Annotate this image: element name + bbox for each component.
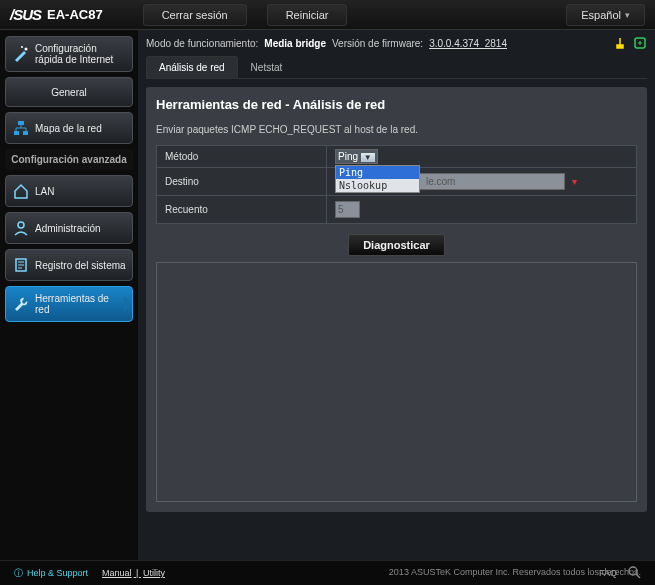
top-bar: /SUS EA-AC87 Cerrar sesión Reiniciar Esp… — [0, 0, 655, 30]
sidebar-item-label: Herramientas de red — [35, 293, 126, 315]
admin-icon — [12, 219, 30, 237]
page-title: Herramientas de red - Análisis de red — [156, 97, 637, 112]
sidebar-item-label: Configuración rápida de Internet — [35, 43, 126, 65]
top-buttons: Cerrar sesión Reiniciar — [143, 4, 348, 26]
method-option-nslookup[interactable]: Nslookup — [336, 179, 419, 192]
language-label: Español — [581, 9, 621, 21]
model-name: EA-AC87 — [47, 7, 103, 22]
svg-point-5 — [18, 222, 24, 228]
dropdown-arrow-icon: ▼ — [361, 153, 375, 162]
copyright: 2013 ASUSTeK Computer Inc. Reservados to… — [0, 543, 641, 577]
svg-rect-2 — [18, 121, 24, 125]
method-label: Método — [157, 146, 327, 168]
sidebar-item-admin[interactable]: Administración — [5, 212, 133, 244]
dest-dropdown-icon[interactable]: ▾ — [572, 176, 577, 187]
fw-value[interactable]: 3.0.0.4.374_2814 — [429, 38, 507, 49]
sidebar-item-syslog[interactable]: Registro del sistema — [5, 249, 133, 281]
method-dropdown: Ping Nslookup — [335, 165, 420, 193]
sidebar-item-label: Mapa de la red — [35, 123, 102, 134]
count-input[interactable] — [335, 201, 360, 218]
reboot-button[interactable]: Reiniciar — [267, 4, 348, 26]
count-label: Recuento — [157, 196, 327, 224]
svg-rect-3 — [14, 131, 19, 135]
sidebar-item-label: Registro del sistema — [35, 260, 126, 271]
asus-logo: /SUS — [10, 6, 41, 23]
sidebar: Configuración rápida de Internet General… — [0, 30, 138, 560]
tab-netstat[interactable]: Netstat — [238, 56, 296, 78]
brand: /SUS EA-AC87 — [10, 6, 103, 23]
sidebar-section-advanced: Configuración avanzada — [5, 149, 133, 170]
diagnose-button[interactable]: Diagnosticar — [348, 234, 445, 256]
sidebar-item-nettools[interactable]: Herramientas de red — [5, 286, 133, 322]
content-panel: Herramientas de red - Análisis de red En… — [146, 87, 647, 512]
logout-button[interactable]: Cerrar sesión — [143, 4, 247, 26]
tabs: Análisis de red Netstat — [146, 56, 647, 79]
dest-label: Destino — [157, 168, 327, 196]
form-table: Método Ping ▼ Ping Nslookup Destino — [156, 145, 637, 224]
tab-analysis[interactable]: Análisis de red — [146, 56, 238, 78]
wrench-icon — [12, 295, 30, 313]
sidebar-item-label: LAN — [35, 186, 54, 197]
status-line: Modo de funcionamiento: Media bridge Ver… — [146, 36, 647, 50]
sidebar-item-qis[interactable]: Configuración rápida de Internet — [5, 36, 133, 72]
method-select-value: Ping — [338, 151, 358, 162]
output-area — [156, 262, 637, 502]
network-icon — [12, 119, 30, 137]
sidebar-item-general[interactable]: General — [5, 77, 133, 107]
status-icon[interactable] — [633, 36, 647, 50]
led-icon[interactable] — [613, 36, 627, 50]
wand-icon — [12, 45, 30, 63]
sidebar-item-lan[interactable]: LAN — [5, 175, 133, 207]
mode-value[interactable]: Media bridge — [264, 38, 326, 49]
fw-label: Versión de firmware: — [332, 38, 423, 49]
method-select[interactable]: Ping ▼ — [335, 149, 378, 164]
svg-point-1 — [21, 46, 23, 48]
sidebar-item-label: Administración — [35, 223, 101, 234]
language-select[interactable]: Español — [566, 4, 645, 26]
svg-point-0 — [25, 48, 28, 51]
house-icon — [12, 182, 30, 200]
log-icon — [12, 256, 30, 274]
mode-label: Modo de funcionamiento: — [146, 38, 258, 49]
main-content: Modo de funcionamiento: Media bridge Ver… — [138, 30, 655, 560]
sidebar-item-label: General — [51, 87, 87, 98]
sidebar-item-networkmap[interactable]: Mapa de la red — [5, 112, 133, 144]
method-option-ping[interactable]: Ping — [336, 166, 419, 179]
svg-rect-4 — [23, 131, 28, 135]
page-desc: Enviar paquetes ICMP ECHO_REQUEST al hos… — [156, 124, 637, 135]
